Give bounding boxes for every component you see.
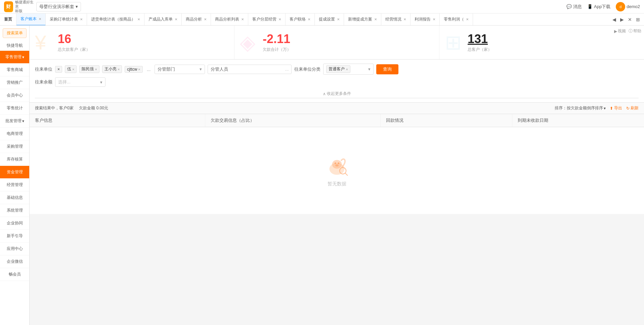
tab-next-button[interactable]: ▶ bbox=[619, 16, 625, 23]
logo-text: 畅捷通好生意 标版 bbox=[15, 0, 34, 13]
sidebar-item-purchase[interactable]: 采购管理 bbox=[0, 140, 29, 153]
chevron-up-icon: ∧ bbox=[323, 92, 326, 96]
no-data-icon bbox=[324, 154, 350, 181]
sidebar-item-new-guide[interactable]: 新手引导 bbox=[0, 230, 29, 243]
sort-label: 排序：按欠款金额倒序排序 bbox=[555, 105, 603, 111]
sidebar-item-member[interactable]: 会员中心 bbox=[0, 89, 29, 102]
unit-category-arrow: ▾ bbox=[368, 67, 371, 72]
sidebar-item-marketing[interactable]: 营销推广 bbox=[0, 76, 29, 89]
filter-tag-wu: 伍 × bbox=[65, 65, 77, 73]
tab-purchase-orders[interactable]: 采购订单统计表 ✕ bbox=[46, 13, 87, 26]
sidebar-item-vip-member[interactable]: 畅会员 bbox=[0, 268, 29, 281]
tab-prev-button[interactable]: ◀ bbox=[611, 16, 617, 23]
tab-inbound-stats[interactable]: 进货单统计表（按商品） ✕ bbox=[87, 13, 144, 26]
filter-unit-category-label: 往来单位分类 bbox=[294, 66, 320, 72]
dept-select[interactable]: 分管部门 ▾ bbox=[155, 65, 205, 74]
collapse-button[interactable]: ∧ 收起更多条件 bbox=[323, 91, 351, 97]
top-bar-left: 财 畅捷通好生意 标版 母婴行业演示帐套 ▾ bbox=[4, 0, 81, 13]
tab-operations[interactable]: 经营情况 ✕ bbox=[381, 13, 411, 26]
refresh-button[interactable]: ↻ 刷新 bbox=[626, 105, 639, 111]
sidebar-item-retail-stats[interactable]: 零售统计 bbox=[0, 102, 29, 115]
sidebar-item-enterprise-wechat[interactable]: 企业微信 bbox=[0, 255, 29, 268]
tab-product-inbound[interactable]: 产成品入库单 ✕ bbox=[144, 13, 182, 26]
tab-customer-contact[interactable]: 客户联络 ✕ bbox=[286, 13, 315, 26]
tab-close-all-button[interactable]: ✕ bbox=[627, 16, 633, 23]
tab-raise-settings[interactable]: 提成设置 ✕ bbox=[315, 13, 344, 26]
dept-select-arrow: ▾ bbox=[200, 67, 202, 72]
query-button[interactable]: 查询 bbox=[376, 64, 398, 74]
tab-close-purchase-orders[interactable]: ✕ bbox=[80, 17, 83, 21]
export-button[interactable]: ⬆ 导出 bbox=[610, 105, 622, 111]
tab-close-profit-report[interactable]: ✕ bbox=[433, 17, 435, 21]
search-menu-button[interactable]: 搜索菜单 bbox=[3, 28, 27, 38]
results-info: 搜索结果中，客户0家 欠款金额 0.00元 排序：按欠款金额倒序排序 ▾ ⬆ 导… bbox=[30, 103, 644, 114]
sidebar-item-retail[interactable]: 零售管理 ▾ bbox=[0, 51, 29, 64]
sidebar-item-enterprise[interactable]: 企业协同 bbox=[0, 217, 29, 230]
tab-product-analysis[interactable]: 商品分析 ✕ bbox=[182, 13, 211, 26]
logo-area: 财 畅捷通好生意 标版 bbox=[4, 0, 34, 13]
tab-home[interactable]: 首页 bbox=[0, 13, 16, 26]
tab-close-customers[interactable]: ✕ bbox=[39, 17, 41, 21]
message-button[interactable]: 💬 消息 bbox=[566, 4, 582, 10]
sidebar-item-app-center[interactable]: 应用中心 bbox=[0, 243, 29, 255]
stat-credit-amount: ◈ -2.11 欠款合计（万） bbox=[234, 26, 439, 59]
tab-retail-profit[interactable]: 零售利润（ ✕ bbox=[440, 13, 473, 26]
filter-tag-wangxiaoliang-close[interactable]: × bbox=[118, 67, 120, 71]
filter-more-tags[interactable]: ... bbox=[145, 67, 152, 72]
tab-close-customer-contact[interactable]: ✕ bbox=[308, 17, 310, 21]
balance-select-arrow: ▾ bbox=[100, 80, 102, 85]
tab-close-product-analysis[interactable]: ✕ bbox=[204, 17, 207, 21]
top-bar: 财 畅捷通好生意 标版 母婴行业演示帐套 ▾ 💬 消息 📱 App下载 d de… bbox=[0, 0, 644, 13]
col-due-date: 到期未收款日期 bbox=[512, 114, 644, 127]
sidebar-item-system[interactable]: 系统管理 bbox=[0, 204, 29, 217]
stat-icon-building: ⊞ bbox=[445, 31, 462, 54]
filter-tag-chenminqiang: 陈民强 × bbox=[79, 65, 99, 73]
refresh-icon: ↻ bbox=[626, 106, 630, 111]
logo-icon: 财 bbox=[4, 1, 13, 12]
svg-point-2 bbox=[334, 162, 336, 164]
tab-product-analysis-list[interactable]: 商品分析列表 ✕ bbox=[211, 13, 248, 26]
app-download-button[interactable]: 📱 App下载 bbox=[587, 4, 610, 10]
video-button[interactable]: ▶ 视频 bbox=[614, 28, 626, 34]
tab-close-new-raise-plan[interactable]: ✕ bbox=[374, 17, 377, 21]
sidebar-item-ecommerce[interactable]: 电商管理 bbox=[0, 128, 29, 140]
tab-customer-segment[interactable]: 客户分层经营 ✕ bbox=[248, 13, 286, 26]
sidebar-item-basic-info[interactable]: 基础信息 bbox=[0, 191, 29, 204]
help-button[interactable]: ⓘ 帮助 bbox=[629, 28, 641, 34]
tab-close-product-analysis-list[interactable]: ✕ bbox=[241, 17, 244, 21]
sidebar-item-operations-mgmt[interactable]: 经营管理 bbox=[0, 179, 29, 191]
tab-customers[interactable]: 客户账本 ✕ bbox=[16, 13, 46, 26]
tab-close-inbound-stats[interactable]: ✕ bbox=[137, 17, 140, 21]
empty-text: 暂无数据 bbox=[328, 181, 346, 187]
stat-credit-customers-label: 总欠款客户（家） bbox=[58, 47, 90, 52]
tab-profit-report[interactable]: 利润报告 ✕ bbox=[411, 13, 440, 26]
user-profile[interactable]: d demo2 bbox=[616, 2, 640, 11]
sort-select[interactable]: 排序：按欠款金额倒序排序 ▾ bbox=[555, 105, 606, 111]
sidebar-quick-nav[interactable]: 快捷导航 bbox=[0, 41, 29, 51]
filter-tag-normal-customer-close[interactable]: × bbox=[346, 67, 348, 71]
tab-close-raise-settings[interactable]: ✕ bbox=[337, 17, 340, 21]
stat-total-customers-label: 总客户（家） bbox=[468, 47, 492, 52]
filter-tag-chenminqiang-close[interactable]: × bbox=[95, 67, 97, 71]
filter-tag-cjttcw-close[interactable]: × bbox=[138, 67, 140, 71]
tab-maximize-button[interactable]: ⊞ bbox=[635, 16, 641, 23]
video-icon: ▶ bbox=[614, 29, 617, 34]
tab-close-customer-segment[interactable]: ✕ bbox=[278, 17, 281, 21]
sidebar-item-wholesale[interactable]: 批发管理 ▾ bbox=[0, 115, 29, 128]
tab-close-operations[interactable]: ✕ bbox=[403, 17, 406, 21]
tab-new-raise-plan[interactable]: 新增提成方案 ✕ bbox=[344, 13, 381, 26]
sidebar-item-retail-mall[interactable]: 零售商城 bbox=[0, 64, 29, 76]
col-customer-info: 客户信息 bbox=[30, 114, 205, 127]
sidebar-item-inventory[interactable]: 库存核算 bbox=[0, 153, 29, 166]
sidebar-search-area: 搜索菜单 bbox=[0, 26, 29, 41]
collapse-row: ∧ 收起更多条件 bbox=[35, 89, 639, 98]
sidebar-item-finance[interactable]: 资金管理 bbox=[0, 166, 29, 179]
person-select[interactable]: 分管人员 ... bbox=[208, 65, 292, 74]
balance-select[interactable]: 选择... ▾ bbox=[55, 77, 105, 87]
tab-close-retail-profit[interactable]: ✕ bbox=[466, 17, 469, 21]
col-credit-info: 欠款交易信息（占比） bbox=[205, 114, 381, 127]
filter-tag-wu-close[interactable]: × bbox=[72, 67, 74, 71]
unit-category-select[interactable]: 普通客户 × ▾ bbox=[323, 64, 374, 75]
tab-close-product-inbound[interactable]: ✕ bbox=[175, 17, 177, 21]
account-selector[interactable]: 母婴行业演示帐套 ▾ bbox=[36, 2, 81, 11]
